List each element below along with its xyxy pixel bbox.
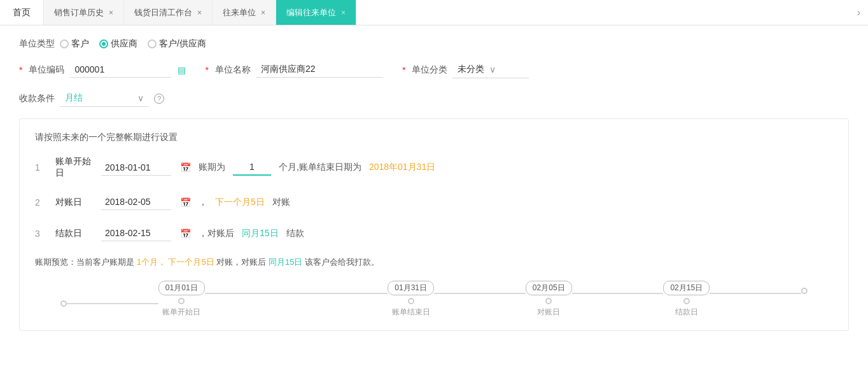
tl-seg-3 [434,293,526,294]
node-dot-3 [545,298,552,304]
tab-bar: 首页 销售订单历史 × 钱货日清工作台 × 往来单位 × 编辑往来单位 × › [0,0,868,25]
unit-type-radio-group: 客户 供应商 客户/供应商 [60,38,206,50]
unit-category-arrow-icon: ∨ [489,64,496,74]
close-edit-contacts[interactable]: × [341,8,346,17]
preview-part3: 对账，对账后 [216,257,266,267]
unit-category-item: * 单位分类 未分类 ∨ [402,61,529,78]
setting-label-3: 结款日 [55,228,94,239]
unit-type-row: 单位类型 客户 供应商 客户/供应商 [19,38,849,50]
setting-label-1: 账单开始日 [55,156,94,179]
unit-code-copy-icon[interactable]: ▤ [178,65,186,75]
radio-supplier-label: 供应商 [111,38,137,50]
payment-terms-label: 收款条件 [19,93,55,104]
payment-help-icon[interactable]: ? [154,94,164,104]
preview-part2: 下一个月5日 [168,257,214,267]
timeline-node-4: 02月15日 结款日 [663,281,710,318]
settings-title: 请按照未来的一个完整帐期进行设置 [35,132,833,143]
close-cash-work[interactable]: × [197,8,202,17]
unit-name-label: 单位名称 [215,64,251,76]
main-content: 单位类型 客户 供应商 客户/供应商 * 单位编码 [0,25,868,387]
radio-customer-supplier-label: 客户/供应商 [159,38,206,50]
preview-part4: 同月15日 [269,257,302,267]
payment-terms-value: 月结 [65,92,132,104]
setting-num-2: 2 [35,197,48,208]
node-dot-start [60,300,67,307]
unit-category-value: 未分类 [458,64,484,75]
timeline-node-1: 01月01日 账单开始日 [158,281,205,318]
node-dot-end [801,288,808,294]
radio-supplier[interactable]: 供应商 [99,38,137,50]
payment-terms-item: 收款条件 月结 ∨ ? [19,90,164,107]
payment-suffix: 结款 [286,228,304,239]
start-date-input[interactable] [101,160,171,176]
node-label-3: 对账日 [537,307,560,318]
timeline-node-3: 02月05日 对账日 [526,281,572,318]
timeline-node-start [60,292,67,307]
period-value-input[interactable] [233,159,271,176]
unit-name-input[interactable] [256,62,383,78]
period-unit-label: 个月,账单结束日期为 [279,162,361,173]
preview-part5: 该客户会给我打款。 [305,257,379,267]
setting-label-2: 对账日 [55,197,94,208]
tab-cash-work[interactable]: 钱货日清工作台 × [124,0,213,25]
close-sales-history[interactable]: × [109,8,113,17]
preview-text: 账期预览：当前客户账期是 1个月， 下一个月5日 对账，对账后 同月15日 该客… [35,257,833,268]
node-label-2: 账单结束日 [392,307,430,318]
reconcile-date-input[interactable] [101,194,171,210]
unit-type-label: 单位类型 [19,38,55,50]
reconcile-prefix: ， [199,197,207,208]
unit-code-label: 单位编码 [29,64,64,76]
reconcile-date-cal-icon[interactable]: 📅 [180,197,191,208]
unit-code-item: * 单位编码 ▤ [19,62,186,78]
preview-section: 账期预览：当前客户账期是 1个月， 下一个月5日 对账，对账后 同月15日 该客… [35,257,833,318]
node-dot-1 [178,298,185,304]
node-bubble-1: 01月01日 [158,281,205,295]
tab-sales-history[interactable]: 销售订单历史 × [44,0,124,25]
radio-customer[interactable]: 客户 [60,38,89,50]
radio-customer-supplier[interactable]: 客户/供应商 [148,38,206,50]
unit-category-select[interactable]: 未分类 ∨ [452,61,529,78]
payment-date-cal-icon[interactable]: 📅 [180,229,191,239]
unit-code-input[interactable] [69,62,171,78]
tl-seg-1 [67,303,158,304]
payment-terms-select[interactable]: 月结 ∨ [60,90,149,107]
preview-label: 账期预览：当前客户账期是 [35,257,134,267]
unit-name-item: * 单位名称 [205,62,382,78]
reconcile-suffix: 对账 [272,197,290,208]
tl-seg-2 [205,293,388,294]
setting-row-1: 1 账单开始日 📅 账期为 个月,账单结束日期为 2018年01月31日 [35,156,833,179]
unit-type-item: 单位类型 客户 供应商 客户/供应商 [19,38,206,50]
node-dot-4 [683,298,690,304]
unit-name-star: * [205,65,208,75]
end-date-highlight: 2018年01月31日 [369,162,435,173]
node-label-4: 结款日 [675,307,698,318]
period-label: 账期为 [199,162,225,173]
node-label-1: 账单开始日 [162,307,200,318]
radio-customer-circle [60,39,69,48]
payment-terms-arrow-icon: ∨ [137,93,144,103]
radio-customer-label: 客户 [71,38,89,50]
payment-highlight: 同月15日 [242,228,279,239]
timeline-node-2: 01月31日 账单结束日 [388,281,434,318]
preview-part1: 1个月， [137,257,166,267]
payment-date-input[interactable] [101,225,171,241]
unit-category-star: * [402,65,405,75]
unit-code-star: * [19,65,22,75]
tab-home[interactable]: 首页 [0,0,44,25]
unit-info-row: * 单位编码 ▤ * 单位名称 * 单位分类 未分类 ∨ [19,61,849,78]
start-date-cal-icon[interactable]: 📅 [180,162,191,172]
tab-contacts[interactable]: 往来单位 × [213,0,276,25]
node-bubble-4: 02月15日 [663,281,710,295]
close-contacts[interactable]: × [261,8,265,17]
node-bubble-3: 02月05日 [526,281,572,295]
unit-category-label: 单位分类 [412,64,447,76]
payment-row: 收款条件 月结 ∨ ? [19,90,849,107]
setting-row-3: 3 结款日 📅 ，对账后 同月15日 结款 [35,225,833,241]
timeline: 01月01日 账单开始日 01月31日 账单结束日 02月05日 对账日 [35,281,833,318]
node-dot-2 [408,298,414,304]
tab-arrow-icon[interactable]: › [850,7,868,18]
node-bubble-2: 01月31日 [388,281,434,295]
setting-num-1: 1 [35,162,48,172]
setting-num-3: 3 [35,229,48,239]
tab-edit-contacts[interactable]: 编辑往来单位 × [276,0,356,25]
